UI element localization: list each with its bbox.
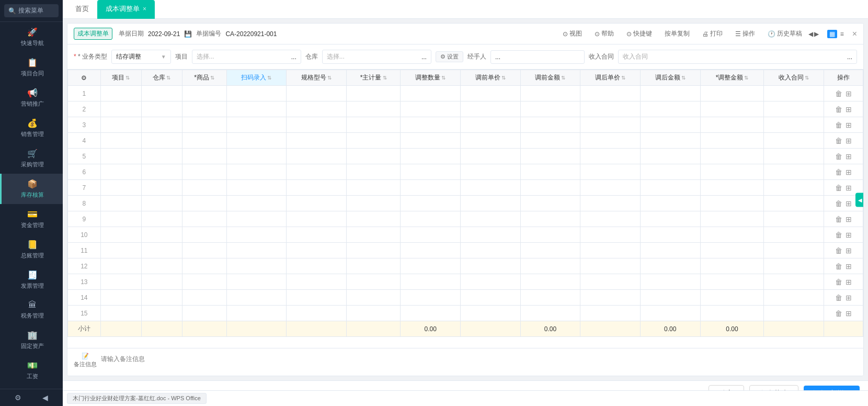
cell-10-settings[interactable]: 10: [68, 227, 101, 243]
cell-14-adj_amount[interactable]: [700, 290, 764, 306]
cell-15-unit[interactable]: [346, 306, 400, 321]
cell-14-post_price[interactable]: [580, 290, 641, 306]
cell-5-adj_amount[interactable]: [700, 149, 764, 164]
cell-8-pre_price[interactable]: [461, 196, 521, 211]
cell-14-goods[interactable]: [182, 290, 226, 306]
cell-5-post_amount[interactable]: [640, 149, 700, 164]
copy-icon-12[interactable]: ⊞: [846, 262, 852, 270]
delete-icon-11[interactable]: 🗑: [835, 246, 842, 255]
cell-10-goods[interactable]: [182, 227, 226, 243]
cell-14-pre_price[interactable]: [461, 290, 521, 306]
cell-1-post_amount[interactable]: [640, 86, 700, 102]
cell-11-settings[interactable]: 11: [68, 243, 101, 258]
cell-8-unit[interactable]: [346, 196, 400, 211]
cell-9-spec[interactable]: [287, 211, 347, 227]
cell-13-post_price[interactable]: [580, 274, 641, 290]
cell-9-warehouse[interactable]: [141, 211, 182, 227]
cell-2-scan[interactable]: [226, 102, 287, 117]
cell-12-income_contract[interactable]: [764, 258, 824, 274]
cell-3-post_amount[interactable]: [640, 117, 700, 133]
cell-5-scan[interactable]: [226, 149, 287, 164]
next-arrow[interactable]: ▶: [814, 30, 819, 38]
income-contract-input[interactable]: 收入合同 ...: [618, 50, 857, 64]
cell-6-unit[interactable]: [346, 164, 400, 180]
cell-12-post_amount[interactable]: [640, 258, 700, 274]
cell-8-warehouse[interactable]: [141, 196, 182, 211]
cell-6-scan[interactable]: [226, 164, 287, 180]
cell-9-pre_price[interactable]: [461, 211, 521, 227]
cell-9-post_amount[interactable]: [640, 211, 700, 227]
cell-3-pre_price[interactable]: [461, 117, 521, 133]
cell-6-post_amount[interactable]: [640, 164, 700, 180]
cell-9-settings[interactable]: 9: [68, 211, 101, 227]
cell-6-pre_amount[interactable]: [520, 164, 580, 180]
copy-icon-5[interactable]: ⊞: [846, 152, 852, 161]
cell-12-pre_amount[interactable]: [520, 258, 580, 274]
delete-icon-4[interactable]: 🗑: [835, 137, 842, 145]
settings-icon[interactable]: ⚙: [15, 393, 21, 402]
cell-14-settings[interactable]: 14: [68, 290, 101, 306]
cell-4-post_price[interactable]: [580, 133, 641, 149]
cell-15-pre_price[interactable]: [461, 306, 521, 321]
cell-7-scan[interactable]: [226, 180, 287, 196]
cell-8-adj_qty[interactable]: [401, 196, 461, 211]
cell-5-goods[interactable]: [182, 149, 226, 164]
cell-4-scan[interactable]: [226, 133, 287, 149]
cell-12-scan[interactable]: [226, 258, 287, 274]
cell-7-adj_qty[interactable]: [401, 180, 461, 196]
cell-2-pre_amount[interactable]: [520, 102, 580, 117]
cell-4-unit[interactable]: [346, 133, 400, 149]
cell-8-income_contract[interactable]: [764, 196, 824, 211]
delete-icon-12[interactable]: 🗑: [835, 262, 842, 270]
delete-icon-15[interactable]: 🗑: [835, 309, 842, 318]
sidebar-item-sales-promotion[interactable]: 📢营销推广: [0, 83, 63, 113]
cell-7-settings[interactable]: 7: [68, 180, 101, 196]
cell-10-spec[interactable]: [287, 227, 347, 243]
cell-14-post_amount[interactable]: [640, 290, 700, 306]
cell-10-project[interactable]: [100, 227, 141, 243]
copy-icon-15[interactable]: ⊞: [846, 309, 852, 318]
delete-icon-9[interactable]: 🗑: [835, 215, 842, 223]
window-action-3[interactable]: 按单复制: [665, 29, 690, 38]
cell-5-income_contract[interactable]: [764, 149, 824, 164]
cell-15-spec[interactable]: [287, 306, 347, 321]
sidebar-item-payroll[interactable]: 💵工资: [0, 355, 63, 386]
cell-15-pre_amount[interactable]: [520, 306, 580, 321]
cell-12-adj_amount[interactable]: [700, 258, 764, 274]
cell-11-spec[interactable]: [287, 243, 347, 258]
window-action-5[interactable]: ☰操作: [735, 29, 755, 38]
prev-arrow[interactable]: ◀: [808, 30, 813, 38]
cell-11-adj_amount[interactable]: [700, 243, 764, 258]
cell-12-project[interactable]: [100, 258, 141, 274]
cell-2-warehouse[interactable]: [141, 102, 182, 117]
cell-5-project[interactable]: [100, 149, 141, 164]
cell-13-adj_amount[interactable]: [700, 274, 764, 290]
cell-8-goods[interactable]: [182, 196, 226, 211]
sidebar-item-sales-mgmt[interactable]: 💰销售管理: [0, 113, 63, 143]
cell-12-pre_price[interactable]: [461, 258, 521, 274]
cell-1-post_price[interactable]: [580, 86, 641, 102]
cell-2-project[interactable]: [100, 102, 141, 117]
cell-11-scan[interactable]: [226, 243, 287, 258]
cell-5-unit[interactable]: [346, 149, 400, 164]
copy-icon-8[interactable]: ⊞: [846, 199, 852, 208]
cell-3-scan[interactable]: [226, 117, 287, 133]
cell-1-spec[interactable]: [287, 86, 347, 102]
cell-3-unit[interactable]: [346, 117, 400, 133]
cell-2-post_amount[interactable]: [640, 102, 700, 117]
cell-9-goods[interactable]: [182, 211, 226, 227]
cell-11-adj_qty[interactable]: [401, 243, 461, 258]
copy-icon-4[interactable]: ⊞: [846, 137, 852, 145]
cell-15-adj_qty[interactable]: [401, 306, 461, 321]
cell-3-pre_amount[interactable]: [520, 117, 580, 133]
cell-10-warehouse[interactable]: [141, 227, 182, 243]
sidebar-item-purchase-mgmt[interactable]: 🛒采购管理: [0, 143, 63, 174]
taskbar-item[interactable]: 木门行业好业财处理方案-墓红红.doc - WPS Office: [67, 393, 207, 404]
sidebar-item-inventory-calc[interactable]: 📦库存核算: [0, 174, 63, 204]
cell-3-adj_amount[interactable]: [700, 117, 764, 133]
cell-15-goods[interactable]: [182, 306, 226, 321]
cell-15-settings[interactable]: 15: [68, 306, 101, 321]
cell-13-goods[interactable]: [182, 274, 226, 290]
delete-icon-5[interactable]: 🗑: [835, 152, 842, 161]
copy-icon-6[interactable]: ⊞: [846, 168, 852, 176]
